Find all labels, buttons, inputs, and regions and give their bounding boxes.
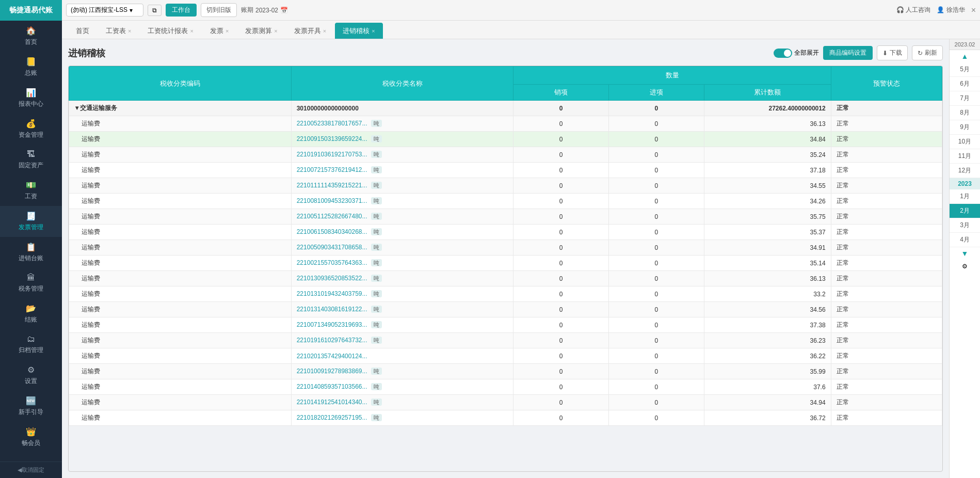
row-sale: 0 [513,132,609,147]
calendar-month-dec[interactable]: 12月 [950,164,980,178]
row-sale: 0 [513,194,609,209]
calendar-month-oct[interactable]: 10月 [950,135,980,149]
row-name: 运输费 [69,333,292,348]
sidebar-item-close-period[interactable]: 📂 结账 [0,298,62,329]
calendar-month-jun[interactable]: 6月 [950,77,980,91]
table-row: 运输费 2210061508340340268... 吨 0 0 35.37 正… [69,225,942,240]
purchase-ledger-icon: 📋 [26,242,36,252]
col-cumulative: 累计数额 [704,85,831,101]
tab-close-icon[interactable]: × [226,28,229,34]
download-button[interactable]: ⬇ 下载 [877,45,908,60]
table-row: 运输费 2210191610297643732... 吨 0 0 36.23 正… [69,333,942,348]
calendar-month-mar[interactable]: 3月 [950,218,980,233]
tab-salary-report[interactable]: 工资统计报表 × [140,23,201,39]
unpin-button[interactable]: ◀ 取消固定 [0,461,62,478]
row-purchase: 0 [608,178,704,194]
copy-button[interactable]: ⧉ [148,5,162,16]
refresh-icon: ↻ [918,50,923,57]
close-button[interactable]: × [971,6,976,15]
row-name: 运输费 [69,271,292,286]
row-name: 运输费 [69,348,292,364]
unpin-label: 取消固定 [22,466,44,474]
sidebar-item-guide[interactable]: 🆕 新手引导 [0,391,62,422]
calendar-scroll-down[interactable]: ▼ [950,247,980,260]
tab-invoice-calc[interactable]: 发票测算 × [237,23,285,39]
calendar-month-apr[interactable]: 4月 [950,233,980,247]
calendar-settings-icon[interactable]: ⚙ [950,260,980,273]
row-cumulative: 37.6 [704,379,831,395]
tab-invoice-issue[interactable]: 发票开具 × [286,23,334,39]
page-content: 进销稽核 全部展开 商品编码设置 ⬇ 下载 ↻ 刷 [62,39,980,478]
toggle-track[interactable] [774,49,792,58]
col-sale: 销项 [513,85,609,101]
calendar-month-feb[interactable]: 2月 [950,204,980,218]
sidebar-item-label: 首页 [25,38,37,46]
calendar-month-nov[interactable]: 11月 [950,149,980,164]
workstation-button[interactable]: 工作台 [166,4,197,17]
sidebar-item-settings[interactable]: ⚙ 设置 [0,360,62,391]
tab-close-icon[interactable]: × [274,28,277,34]
sidebar-item-tax[interactable]: 🏛 税务管理 [0,268,62,298]
sidebar-item-label: 设置 [25,377,37,386]
sidebar-item-finance[interactable]: 💰 资金管理 [0,114,62,145]
tab-label: 发票测算 [245,26,272,36]
tab-invoice[interactable]: 发票 × [202,23,236,39]
calendar-icon[interactable]: 📅 [280,7,288,14]
row-name: 运输费 [69,410,292,426]
tab-salary[interactable]: 工资表 × [98,23,139,39]
row-name: 运输费 [69,379,292,395]
row-purchase: 0 [608,286,704,302]
sidebar-item-assets[interactable]: 🏗 固定资产 [0,145,62,175]
period-label: 账期 [241,6,253,14]
sidebar-item-home[interactable]: 🏠 首页 [0,21,62,52]
row-name: 运输费 [69,132,292,147]
row-cumulative: 33.2 [704,286,831,302]
row-cumulative: 37.18 [704,163,831,178]
refresh-button[interactable]: ↻ 刷新 [912,45,943,60]
company-selector[interactable]: (勿动) 江西报宝-LSS ▾ [66,4,143,17]
row-code: 301000000000000000 [291,101,513,116]
refresh-label: 刷新 [925,49,937,57]
calendar-month-jul[interactable]: 7月 [950,91,980,106]
sidebar-item-label: 固定资产 [19,161,43,170]
row-status: 正常 [831,333,942,348]
row-invoice-id: 2210191036192170753... 吨 [291,147,513,163]
product-code-setting-button[interactable]: 商品编码设置 [823,46,873,60]
user-menu[interactable]: 👤 徐浩华 [937,6,965,14]
sidebar-item-archive[interactable]: 🗂 归档管理 [0,329,62,360]
tab-close-icon[interactable]: × [323,28,326,34]
sidebar-item-ledger[interactable]: 📒 总账 [0,52,62,83]
expand-all-toggle[interactable]: 全部展开 [774,49,819,58]
calendar-month-aug[interactable]: 8月 [950,106,980,120]
tab-close-icon[interactable]: × [128,28,131,34]
calendar-month-jan[interactable]: 1月 [950,189,980,204]
row-cumulative: 34.91 [704,240,831,256]
tab-close-icon[interactable]: × [190,28,193,34]
ledger-icon: 📒 [26,57,36,67]
sidebar-item-salary[interactable]: 💵 工资 [0,175,62,206]
calendar-month-sep[interactable]: 9月 [950,120,980,135]
sidebar-item-purchase-ledger[interactable]: 📋 进销台账 [0,237,62,268]
page-header: 进销稽核 全部展开 商品编码设置 ⬇ 下载 ↻ 刷 [68,45,943,60]
sidebar-item-invoice[interactable]: 🧾 发票管理 [0,206,62,237]
download-label: 下载 [890,49,902,57]
tab-home[interactable]: 首页 [68,23,97,39]
calendar-scroll-up[interactable]: ▲ [950,50,980,62]
row-purchase: 0 [608,410,704,426]
sidebar-item-member[interactable]: 👑 畅会员 [0,422,62,453]
table-row: 运输费 2210140859357103566... 吨 0 0 37.6 正常 [69,379,942,395]
calendar-month-may[interactable]: 5月 [950,62,980,77]
headset-icon: 🎧 [896,6,904,13]
row-sale: 0 [513,364,609,379]
main-panel: 进销稽核 全部展开 商品编码设置 ⬇ 下载 ↻ 刷 [62,39,949,478]
tab-close-icon[interactable]: × [372,28,375,34]
support-link[interactable]: 🎧 人工咨询 [896,6,930,14]
period-display: 账期 2023-02 📅 [241,6,288,14]
sidebar: 畅捷通易代账 🏠 首页 📒 总账 📊 报表中心 💰 资金管理 🏗 固定资产 💵 … [0,0,62,478]
switch-version-button[interactable]: 切到旧版 [201,3,237,17]
tab-sales-check[interactable]: 进销稽核 × [335,23,382,39]
row-purchase: 0 [608,116,704,132]
table-row: 运输费 2210091503139659224... 吨 0 0 34.84 正… [69,132,942,147]
sidebar-item-reports[interactable]: 📊 报表中心 [0,83,62,114]
period-value: 2023-02 [255,7,278,14]
